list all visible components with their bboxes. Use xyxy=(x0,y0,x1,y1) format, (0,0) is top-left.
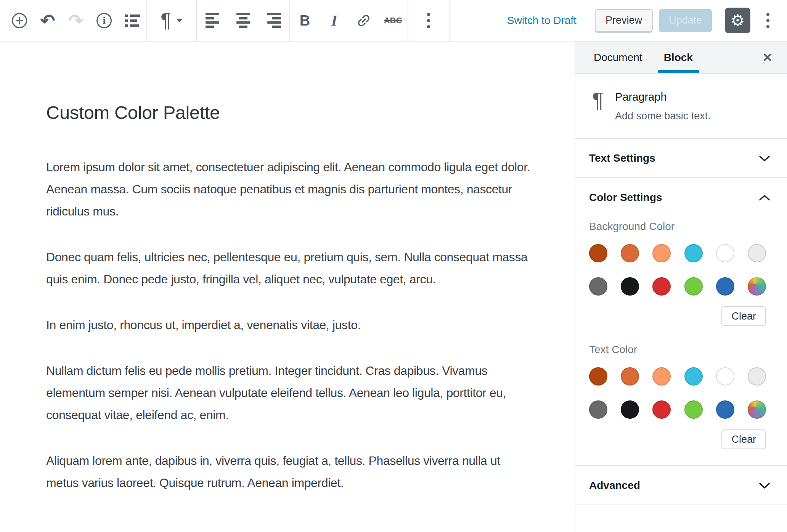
block-type-group: ¶ xyxy=(147,0,197,41)
color-swatch-gray[interactable] xyxy=(589,400,607,419)
color-swatch-salmon[interactable] xyxy=(652,244,671,262)
block-type-switcher-button[interactable]: ¶ xyxy=(147,0,196,41)
color-swatch-red[interactable] xyxy=(652,400,671,419)
strikethrough-button[interactable]: ABC xyxy=(378,0,408,41)
block-card-description: Add some basic text. xyxy=(615,110,711,122)
undo-icon: ↶ xyxy=(40,12,55,29)
settings-sidebar: Document Block ✕ ¶ Paragraph Add some ba… xyxy=(575,42,787,532)
close-icon: ✕ xyxy=(762,51,773,64)
color-swatch-gray[interactable] xyxy=(589,277,607,296)
preview-button[interactable]: Preview xyxy=(595,9,653,32)
strikethrough-icon: ABC xyxy=(384,16,402,25)
block-card: ¶ Paragraph Add some basic text. xyxy=(575,74,787,139)
editor-toolbar: ↶ ↷ i ¶ xyxy=(0,0,787,42)
block-inserter-button[interactable] xyxy=(5,0,34,41)
color-swatch-blue[interactable] xyxy=(716,277,734,296)
chevron-down-icon xyxy=(759,155,770,162)
formatting-group: B I ABC xyxy=(290,0,408,41)
chevron-up-icon xyxy=(759,194,770,201)
color-swatch-red[interactable] xyxy=(652,277,671,296)
editor-body: Custom Color Palette Lorem ipsum dolor s… xyxy=(0,42,787,532)
close-sidebar-button[interactable]: ✕ xyxy=(760,51,775,64)
color-swatch-white[interactable] xyxy=(716,367,734,386)
redo-button[interactable]: ↷ xyxy=(62,0,90,41)
color-swatch-black[interactable] xyxy=(621,400,639,419)
link-button[interactable] xyxy=(349,0,378,41)
wordpress-block-editor: ↶ ↷ i ¶ xyxy=(0,0,787,532)
switch-to-draft-button[interactable]: Switch to Draft xyxy=(505,14,579,27)
document-paragraph[interactable]: Lorem ipsum dolor sit amet, consectetuer… xyxy=(46,156,532,222)
color-swatch-black[interactable] xyxy=(621,277,639,296)
italic-button[interactable]: I xyxy=(320,0,349,41)
panel-title: Text Settings xyxy=(589,152,655,164)
advanced-toggle[interactable]: Advanced xyxy=(575,466,787,505)
color-swatch-green[interactable] xyxy=(684,277,703,296)
kebab-menu-icon xyxy=(766,13,769,28)
alignment-group xyxy=(197,0,290,41)
color-swatch-white[interactable] xyxy=(716,244,734,262)
paragraph-icon: ¶ xyxy=(592,89,604,111)
block-navigation-icon xyxy=(125,14,140,27)
color-swatch-orange[interactable] xyxy=(621,367,639,386)
document-paragraph[interactable]: Nullam dictum felis eu pede mollis preti… xyxy=(46,360,532,426)
panel-text-settings: Text Settings xyxy=(575,139,787,178)
color-swatch-light-gray[interactable] xyxy=(748,367,766,386)
bold-icon: B xyxy=(300,13,310,28)
undo-button[interactable]: ↶ xyxy=(34,0,62,41)
clear-text-color-button[interactable]: Clear xyxy=(721,429,766,449)
color-swatch-orange[interactable] xyxy=(621,244,639,262)
settings-button[interactable]: ⚙ xyxy=(725,8,750,33)
chevron-down-icon xyxy=(177,19,183,23)
block-navigation-button[interactable] xyxy=(118,0,146,41)
editor-canvas: Custom Color Palette Lorem ipsum dolor s… xyxy=(0,42,575,532)
color-swatch-cyan[interactable] xyxy=(684,244,703,262)
post-title[interactable]: Custom Color Palette xyxy=(46,102,532,123)
bold-button[interactable]: B xyxy=(290,0,320,41)
tab-block[interactable]: Block xyxy=(653,42,703,73)
panel-color-settings: Color Settings Background Color Clear Te… xyxy=(575,178,787,466)
document-paragraph[interactable]: Aliquam lorem ante, dapibus in, viverra … xyxy=(46,450,532,494)
block-card-title: Paragraph xyxy=(615,91,711,103)
align-center-button[interactable] xyxy=(228,0,259,41)
align-left-button[interactable] xyxy=(197,0,228,41)
show-more-tools-button[interactable] xyxy=(760,0,776,41)
clear-row: Clear xyxy=(589,306,766,326)
toolbar-actions: Switch to Draft Preview Update ⚙ xyxy=(505,0,787,41)
background-color-label: Background Color xyxy=(589,220,766,233)
align-left-icon xyxy=(206,13,219,28)
text-color-label: Text Color xyxy=(589,344,766,356)
document: Custom Color Palette Lorem ipsum dolor s… xyxy=(46,42,532,494)
more-formatting-group xyxy=(408,0,450,41)
color-swatch-burnt-orange[interactable] xyxy=(589,244,607,262)
panel-advanced: Advanced xyxy=(575,466,787,505)
panel-title: Advanced xyxy=(589,479,640,492)
align-center-icon xyxy=(236,13,250,28)
color-swatch-cyan[interactable] xyxy=(684,367,703,386)
clear-background-color-button[interactable]: Clear xyxy=(721,306,766,326)
tab-document[interactable]: Document xyxy=(583,42,653,73)
color-swatch-custom-gradient[interactable] xyxy=(748,400,766,419)
color-settings-toggle[interactable]: Color Settings xyxy=(575,178,787,217)
info-icon: i xyxy=(96,13,112,28)
color-swatch-light-gray[interactable] xyxy=(748,244,766,262)
color-swatch-blue[interactable] xyxy=(716,400,734,419)
sidebar-tabs: Document Block ✕ xyxy=(575,42,787,74)
content-info-button[interactable]: i xyxy=(90,0,118,41)
document-paragraph[interactable]: In enim justo, rhoncus ut, imperdiet a, … xyxy=(46,314,532,336)
background-color-palette xyxy=(589,244,766,296)
block-card-text: Paragraph Add some basic text. xyxy=(615,88,711,122)
more-formatting-button[interactable] xyxy=(408,0,449,41)
align-right-icon xyxy=(267,13,281,28)
text-settings-toggle[interactable]: Text Settings xyxy=(575,139,787,177)
document-paragraph[interactable]: Donec quam felis, ultricies nec, pellent… xyxy=(46,246,532,290)
color-settings-body: Background Color Clear Text Color Clear xyxy=(575,220,787,465)
paragraph-icon: ¶ xyxy=(161,11,171,29)
color-swatch-salmon[interactable] xyxy=(652,367,671,386)
chevron-down-icon xyxy=(759,482,770,489)
align-right-button[interactable] xyxy=(259,0,289,41)
color-swatch-burnt-orange[interactable] xyxy=(589,367,607,386)
color-swatch-green[interactable] xyxy=(684,400,703,419)
sidebar-empty-area xyxy=(575,505,787,532)
color-swatch-custom-gradient[interactable] xyxy=(748,277,766,296)
update-button[interactable]: Update xyxy=(659,9,712,32)
